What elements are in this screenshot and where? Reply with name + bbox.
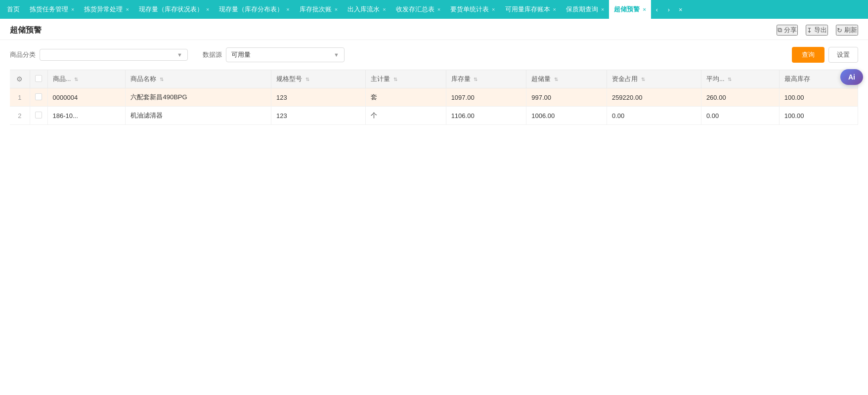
chevron-down-icon: ▼ [334, 52, 339, 58]
share-button[interactable]: ⧉ 分享 [777, 25, 798, 36]
nav-item-inout[interactable]: 出入库流水 × [343, 0, 391, 19]
col-stock[interactable]: 库存量 ⇅ [446, 70, 526, 88]
row-checkbox-cell [30, 88, 47, 107]
query-button[interactable]: 查询 [792, 47, 825, 63]
sort-icon: ⇅ [305, 77, 309, 82]
col-checkbox [30, 70, 47, 88]
gear-icon[interactable]: ⚙ [16, 75, 23, 83]
product-code-cell: 0000004 [47, 88, 126, 107]
chevron-down-icon: ▼ [177, 52, 182, 58]
close-icon[interactable]: × [601, 6, 604, 12]
nav-item-quality[interactable]: 保质期查询 × [561, 0, 609, 19]
overstock-cell: 1006.00 [526, 107, 607, 125]
col-product-name[interactable]: 商品名称 ⇅ [126, 70, 271, 88]
unit-cell: 套 [365, 88, 446, 107]
table-header-row: ⚙ 商品... ⇅ 商品名称 ⇅ 规格型号 ⇅ 主计量 [10, 70, 858, 88]
header-actions: ⧉ 分享 ↧ 导出 ↻ 刷新 [777, 25, 858, 36]
close-icon[interactable]: × [437, 6, 440, 12]
refresh-icon: ↻ [837, 27, 842, 34]
export-button[interactable]: ↧ 导出 [806, 25, 828, 36]
row-num-cell: 2 [10, 107, 30, 125]
close-icon[interactable]: × [553, 6, 556, 12]
close-icon[interactable]: × [126, 6, 129, 12]
nav-item-collect[interactable]: 收发存汇总表 × [391, 0, 445, 19]
filter-buttons: 查询 设置 [792, 47, 858, 63]
capital-cell: 0.00 [607, 107, 701, 125]
close-icon[interactable]: × [206, 6, 209, 12]
max-stock-cell: 100.00 [779, 107, 858, 125]
max-stock-cell: 100.00 [779, 88, 858, 107]
sort-icon: ⇅ [393, 77, 397, 82]
col-capital[interactable]: 资金占用 ⇅ [607, 70, 701, 88]
product-code-cell: 186-10... [47, 107, 126, 125]
ai-button[interactable]: Ai [840, 69, 863, 85]
category-label: 商品分类 [10, 50, 36, 59]
sort-icon: ⇅ [554, 77, 558, 82]
close-icon[interactable]: × [643, 6, 646, 12]
table-container: ⚙ 商品... ⇅ 商品名称 ⇅ 规格型号 ⇅ 主计量 [0, 70, 868, 125]
sort-icon: ⇅ [728, 77, 732, 82]
nav-item-order-stats[interactable]: 要货单统计表 × [445, 0, 500, 19]
col-avg[interactable]: 平均... ⇅ [701, 70, 779, 88]
nav-item-available[interactable]: 可用量库存账本 × [500, 0, 561, 19]
category-select[interactable]: ▼ [40, 49, 188, 61]
col-unit[interactable]: 主计量 ⇅ [365, 70, 446, 88]
nav-item-task-mgmt[interactable]: 拣货任务管理 × [25, 0, 79, 19]
nav-item-batch[interactable]: 库存批次账 × [295, 0, 343, 19]
product-name-cell: 机油滤清器 [126, 107, 271, 125]
nav-item-stock-dist[interactable]: 现存量（库存分布表） × [214, 0, 294, 19]
col-product-code[interactable]: 商品... ⇅ [47, 70, 126, 88]
nav-item-overstock[interactable]: 超储预警 × [609, 0, 651, 19]
page-title: 超储预警 [10, 25, 42, 36]
capital-cell: 259220.00 [607, 88, 701, 107]
sort-icon: ⇅ [641, 77, 645, 82]
row-checkbox[interactable] [35, 93, 42, 100]
datasource-filter: 数据源 可用量 ▼ [203, 47, 345, 62]
row-num-cell: 1 [10, 88, 30, 107]
nav-item-home[interactable]: 首页 [2, 0, 25, 19]
unit-cell: 个 [365, 107, 446, 125]
table-row: 2 186-10... 机油滤清器 123 个 1106.00 1006.00 … [10, 107, 858, 125]
category-filter: 商品分类 ▼ [10, 49, 188, 61]
avg-cell: 0.00 [701, 107, 779, 125]
sort-icon: ⇅ [160, 77, 164, 82]
share-icon: ⧉ [778, 26, 782, 34]
refresh-button[interactable]: ↻ 刷新 [836, 25, 858, 36]
nav-close-arrow[interactable]: × [675, 0, 687, 19]
sort-icon: ⇅ [74, 77, 78, 82]
filter-area: 商品分类 ▼ 数据源 可用量 ▼ 查询 设置 [0, 40, 868, 70]
datasource-value: 可用量 [231, 50, 251, 59]
spec-cell: 123 [271, 107, 366, 125]
page-header: 超储预警 ⧉ 分享 ↧ 导出 ↻ 刷新 [0, 19, 868, 40]
datasource-label: 数据源 [203, 50, 222, 59]
product-name-cell: 六配套新昌490BPG [126, 88, 271, 107]
avg-cell: 260.00 [701, 88, 779, 107]
row-checkbox-cell [30, 107, 47, 125]
col-spec[interactable]: 规格型号 ⇅ [271, 70, 366, 88]
close-icon[interactable]: × [286, 6, 289, 12]
close-icon[interactable]: × [335, 6, 338, 12]
sort-icon: ⇅ [474, 77, 477, 82]
overstock-cell: 997.00 [526, 88, 607, 107]
col-gear: ⚙ [10, 70, 30, 88]
nav-item-stock-status[interactable]: 现存量（库存状况表） × [134, 0, 214, 19]
table-row: 1 0000004 六配套新昌490BPG 123 套 1097.00 997.… [10, 88, 858, 107]
nav-prev-arrow[interactable]: ‹ [651, 0, 663, 19]
col-overstock[interactable]: 超储量 ⇅ [526, 70, 607, 88]
header-checkbox[interactable] [35, 75, 42, 82]
close-icon[interactable]: × [492, 6, 495, 12]
export-icon: ↧ [807, 27, 812, 34]
close-icon[interactable]: × [383, 6, 386, 12]
close-icon[interactable]: × [71, 6, 74, 12]
row-checkbox[interactable] [35, 112, 42, 118]
overstock-table: ⚙ 商品... ⇅ 商品名称 ⇅ 规格型号 ⇅ 主计量 [10, 70, 858, 125]
stock-cell: 1097.00 [446, 88, 526, 107]
settings-button[interactable]: 设置 [828, 47, 858, 63]
nav-next-arrow[interactable]: › [663, 0, 675, 19]
top-nav: 首页 拣货任务管理 × 拣货异常处理 × 现存量（库存状况表） × 现存量（库存… [0, 0, 868, 19]
spec-cell: 123 [271, 88, 366, 107]
stock-cell: 1106.00 [446, 107, 526, 125]
nav-item-abnormal[interactable]: 拣货异常处理 × [79, 0, 133, 19]
datasource-select[interactable]: 可用量 ▼ [226, 47, 345, 62]
